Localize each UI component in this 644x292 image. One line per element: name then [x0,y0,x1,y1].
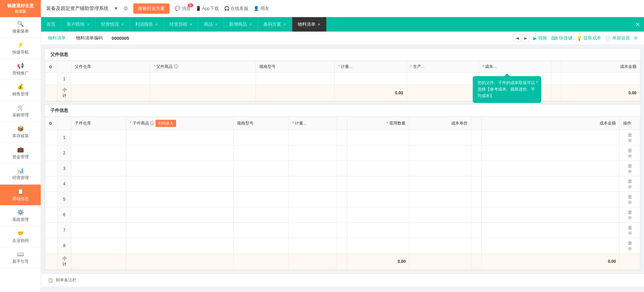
td-child-cost-price[interactable] [409,130,471,145]
sidebar-item-system[interactable]: ⚙️ 系统管理 [0,206,41,226]
td-child-qty[interactable] [347,192,409,207]
tab-operation[interactable]: 经营情况 ✕ [96,17,130,32]
td-child-product[interactable] [126,130,234,145]
tab-barcode[interactable]: 条码方案 ✕ [258,17,292,32]
td-child-spec[interactable] [234,161,289,176]
td-child-product[interactable] [126,207,234,223]
td-child-spec[interactable] [234,223,289,238]
sidebar-item-search[interactable]: 🔍 搜索菜单 [0,17,41,38]
td-child-qty[interactable] [347,145,409,161]
td-child-unit[interactable] [289,207,337,223]
td-child-unit[interactable] [289,192,337,207]
sidebar-item-sales[interactable]: 💰 销售管理 [0,80,41,101]
tab-product-close[interactable]: ✕ [215,22,218,27]
sidebar-item-basic[interactable]: 📋 基础信息 [0,185,41,206]
trial-button[interactable]: 体验行业方案 [133,3,170,14]
sidebar-item-guide[interactable]: 📖 新手引导 [0,247,41,268]
tab-bom[interactable]: 物料清单 ✕ [292,17,326,32]
td-child-product[interactable] [126,161,234,176]
delete-icon[interactable]: 🗑 [628,178,632,184]
tab-barcode-close[interactable]: ✕ [283,22,286,27]
td-child-product[interactable] [126,238,234,254]
td-child-qty[interactable] [347,223,409,238]
settings-icon[interactable]: ⚙ [123,5,128,12]
sidebar-item-marketing[interactable]: 📢 营销推广 [0,59,41,80]
copy-icon[interactable]: ⊕ [628,230,632,236]
delete-icon[interactable]: 🗑 [628,148,632,153]
td-child-cost-price[interactable] [409,223,471,238]
td-child-product[interactable] [126,192,234,207]
tab-operation-close[interactable]: ✕ [121,22,124,27]
view-action[interactable]: ▶ 视频 [533,35,547,41]
tab-history[interactable]: 经营历程 ✕ [164,17,198,32]
td-child-cost-price[interactable] [409,207,471,223]
setting-action[interactable]: 📄 单据设置 [605,35,630,41]
sidebar-item-quicknav[interactable]: ⚡ 快捷导航 [0,38,41,59]
td-child-qty[interactable] [347,238,409,254]
copy-icon[interactable]: ⊕ [628,184,632,189]
delete-icon[interactable]: 🗑 [628,240,632,246]
tab-history-close[interactable]: ✕ [189,22,193,27]
td-child-spec[interactable] [234,207,289,223]
td-production[interactable] [407,73,479,85]
nav-next-button[interactable]: ▶ [522,34,529,42]
td-child-warehouse[interactable] [71,207,126,223]
td-child-qty[interactable] [347,207,409,223]
sidebar-item-purchase[interactable]: 🛒 采购管理 [0,101,41,122]
delete-icon[interactable]: 🗑 [628,225,632,230]
td-child-warehouse[interactable] [71,145,126,161]
expand-icon[interactable]: ≡ [634,35,637,41]
td-child-spec[interactable] [234,238,289,254]
td-child-unit[interactable] [289,161,337,176]
sidebar-item-finance[interactable]: 💼 资金管理 [0,143,41,164]
user-avatar[interactable]: 👤 用友 [253,5,269,12]
copy-icon[interactable]: ⊕ [628,138,632,143]
tab-customer[interactable]: 客户联络 ✕ [61,17,96,32]
tab-new-product[interactable]: 新增商品 ✕ [224,17,258,32]
td-child-product[interactable] [126,145,234,161]
td-child-qty[interactable] [347,130,409,145]
dropdown-arrow-icon[interactable]: ▼ [114,6,118,11]
delete-icon[interactable]: 🗑 [628,194,632,199]
td-child-unit[interactable] [289,130,337,145]
td-child-spec[interactable] [234,192,289,207]
tab-bom-close[interactable]: ✕ [318,22,321,27]
cost-action[interactable]: 💡 提取成本 [577,35,601,41]
td-child-warehouse[interactable] [71,161,126,176]
tab-product[interactable]: 商品 ✕ [198,17,224,32]
td-child-qty[interactable] [347,161,409,176]
td-child-cost-price[interactable] [409,176,471,192]
td-child-cost-price[interactable] [409,145,471,161]
tab-home[interactable]: 首页 [41,17,61,32]
tab-profit-close[interactable]: ✕ [155,22,158,27]
sidebar-item-operation[interactable]: 📊 经营管理 [0,164,41,185]
td-child-cost-price[interactable] [409,192,471,207]
online-service[interactable]: 🎧 在线客服 [224,5,249,12]
td-child-warehouse[interactable] [71,238,126,254]
td-child-unit[interactable] [289,223,337,238]
copy-icon[interactable]: ⊕ [628,215,632,220]
app-download[interactable]: 📱 App下载 [196,5,219,12]
td-child-warehouse[interactable] [71,223,126,238]
tab-customer-close[interactable]: ✕ [87,22,90,27]
sidebar-item-inventory[interactable]: 📦 库存核算 [0,122,41,143]
td-warehouse[interactable] [71,73,150,85]
nav-prev-button[interactable]: ◀ [513,34,521,42]
td-unit[interactable] [335,73,407,85]
delete-icon[interactable]: 🗑 [628,132,632,138]
td-child-warehouse[interactable] [71,130,126,145]
td-child-warehouse[interactable] [71,176,126,192]
td-spec[interactable] [256,73,334,85]
td-child-cost-price[interactable] [409,161,471,176]
td-child-qty[interactable] [347,176,409,192]
td-child-cost-price[interactable] [409,238,471,254]
tab-profit[interactable]: 利润报告 ✕ [130,17,164,32]
td-child-warehouse[interactable] [71,192,126,207]
td-child-product[interactable] [126,223,234,238]
td-child-spec[interactable] [234,145,289,161]
copy-icon[interactable]: ⊕ [628,168,632,174]
delete-icon[interactable]: 🗑 [628,163,632,168]
td-child-unit[interactable] [289,238,337,254]
message-badge[interactable]: 💬 6 消息 [175,5,190,12]
td-child-unit[interactable] [289,176,337,192]
